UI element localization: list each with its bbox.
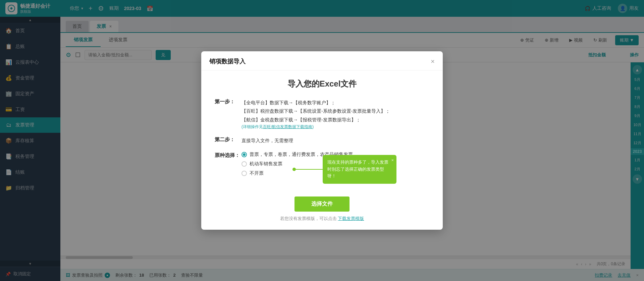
radio-label-2: 不开票 — [250, 170, 264, 176]
step1-label: 第一步： — [215, 99, 235, 104]
download-template-row: 若您没有发票模版，可以点击 下载发票模版 — [280, 216, 364, 222]
guide-link[interactable]: 百旺/航信发票数据下载指南 — [263, 124, 312, 129]
radio-label-1: 机动车销售发票 — [250, 161, 282, 167]
modal-overlay: 销项数据导入 × 导入您的Excel文件 第一步： 【全电平台】数据下载→【税务… — [0, 0, 644, 281]
tooltip-close-icon[interactable]: × — [391, 157, 394, 164]
radio-section: 票种选择： 普票，专票，卷票，通行费发票，农产品销售发票 机动车销售发票 — [215, 152, 429, 176]
step2-section: 第二步： 直接导入文件，无需整理 — [215, 136, 429, 145]
select-file-button[interactable]: 选择文件 — [294, 196, 350, 212]
modal-header: 销项数据导入 × — [201, 51, 443, 70]
step2-label: 第二步： — [215, 136, 235, 142]
modal-title: 销项数据导入 — [209, 57, 246, 65]
step1-section: 第一步： 【全电平台】数据下载→【税务数字账户】； 【百旺】税控盘数据下载→【系… — [215, 99, 429, 130]
import-modal: 销项数据导入 × 导入您的Excel文件 第一步： 【全电平台】数据下载→【税务… — [201, 51, 443, 230]
radio-label: 票种选择： — [215, 152, 241, 159]
radio-circle-1 — [241, 161, 247, 167]
radio-circle-0 — [241, 152, 247, 157]
radio-group: 普票，专票，卷票，通行费发票，农产品销售发票 机动车销售发票 不开票 — [241, 152, 353, 176]
download-template-link[interactable]: 下载发票模版 — [338, 216, 364, 221]
modal-close-button[interactable]: × — [431, 58, 435, 65]
tooltip-popup: 现在支持的票种多了，导入发票时别忘了选择正确的发票类型呀！ × — [323, 155, 396, 184]
radio-dot-0 — [243, 153, 246, 156]
tooltip-line — [296, 169, 323, 170]
modal-footer: 选择文件 若您没有发票模版，可以点击 下载发票模版 — [201, 191, 443, 230]
tooltip-dot — [292, 168, 296, 171]
step1-content: 【全电平台】数据下载→【税务数字账户】； 【百旺】税控盘数据下载→【系统设置-系… — [241, 99, 390, 124]
modal-big-title: 导入您的Excel文件 — [215, 78, 429, 89]
radio-circle-2 — [241, 171, 247, 176]
step1-note: (详细操作见百旺/航信发票数据下载指南) — [241, 124, 429, 130]
step2-content: 直接导入文件，无需整理 — [241, 136, 293, 145]
modal-body: 导入您的Excel文件 第一步： 【全电平台】数据下载→【税务数字账户】； 【百… — [201, 70, 443, 191]
